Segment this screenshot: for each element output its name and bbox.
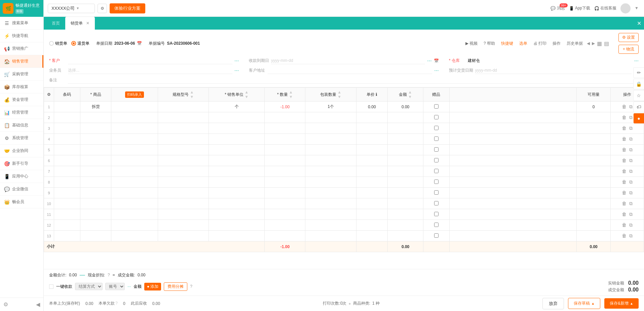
sidebar-item-apps[interactable]: 📱 应用中心 (0, 170, 43, 183)
cell-gift[interactable] (423, 134, 450, 145)
logistics-button[interactable]: + 物流 (618, 45, 639, 54)
table-wrapper[interactable]: ⚙ 条码 * 商品 扫码录入 规格型号▲▼ * 销售单位▲▼ (44, 87, 644, 269)
cell-spec[interactable] (158, 145, 209, 155)
cell-remark[interactable] (449, 112, 577, 123)
due-date-calendar-icon[interactable]: 📅 (434, 59, 439, 63)
cell-unit[interactable] (209, 231, 264, 241)
tab-sales-order[interactable]: 销货单 ✕ (65, 17, 95, 30)
list-view-icon[interactable]: ▤ (604, 40, 609, 47)
help-icon-owed[interactable]: ? (115, 301, 118, 306)
sidebar-item-finance[interactable]: 💰 资金管理 (0, 93, 43, 106)
cell-unit[interactable] (209, 209, 264, 220)
customer-dots[interactable]: ··· (234, 58, 239, 64)
copy-row-button[interactable]: ⧉ (629, 168, 633, 175)
cell-gift[interactable] (423, 209, 450, 220)
sidebar-item-inventory[interactable]: 📦 库存核算 (0, 81, 43, 93)
cell-pkg-qty[interactable] (305, 231, 356, 241)
video-button[interactable]: ▶ 视频 (463, 40, 480, 47)
cell-unit[interactable] (209, 134, 264, 145)
cell-gift[interactable] (423, 231, 450, 241)
cell-unit[interactable] (209, 188, 264, 198)
copy-row-button[interactable]: ⧉ (629, 157, 633, 164)
discount-help-icon[interactable]: ? (108, 273, 110, 277)
copy-row-button[interactable]: ⧉ (629, 146, 633, 153)
cell-qty[interactable] (265, 145, 305, 155)
cell-price[interactable] (356, 231, 387, 241)
customer-addr-input[interactable] (268, 67, 432, 74)
cell-product[interactable] (80, 177, 111, 188)
cell-spec[interactable] (158, 177, 209, 188)
cell-amount[interactable] (388, 198, 423, 209)
cell-barcode[interactable] (54, 209, 80, 220)
cell-remark[interactable] (449, 102, 577, 112)
cell-remark[interactable] (449, 198, 577, 209)
cell-qty[interactable] (265, 198, 305, 209)
customer-addr-dots[interactable]: ··· (434, 68, 439, 74)
cell-amount[interactable] (388, 209, 423, 220)
sidebar-item-wechat[interactable]: 💬 企业微信 (0, 183, 43, 196)
delete-row-button[interactable]: 🗑 (621, 189, 627, 196)
cell-gift[interactable] (423, 188, 450, 198)
cell-qty[interactable] (265, 112, 305, 123)
tab-home[interactable]: 首页 (46, 17, 65, 30)
payment-method-select[interactable]: 结算方式 (75, 283, 103, 290)
cell-remark[interactable] (449, 166, 577, 177)
cell-barcode[interactable] (54, 188, 80, 198)
company-selector[interactable]: XXXXX公司 ▼ (48, 4, 95, 13)
cell-product[interactable] (80, 166, 111, 177)
cell-product[interactable] (80, 134, 111, 145)
cell-product[interactable] (80, 198, 111, 209)
cell-pkg-qty[interactable] (305, 134, 356, 145)
due-date-dots[interactable]: ··· (427, 58, 431, 64)
cell-amount[interactable] (388, 188, 423, 198)
account-dots[interactable]: ··· (127, 284, 131, 289)
float-edit-btn[interactable]: ✏ (633, 67, 644, 78)
cell-pkg-qty[interactable]: 1个 (305, 102, 356, 112)
cell-product[interactable] (80, 188, 111, 198)
cell-pkg-qty[interactable] (305, 112, 356, 123)
cell-gift[interactable] (423, 166, 450, 177)
sidebar-collapse-icon[interactable]: ◀ (36, 301, 40, 308)
cell-price[interactable] (356, 220, 387, 231)
float-star-btn[interactable]: ☆ (633, 90, 644, 101)
select-button[interactable]: 选单 (517, 40, 529, 47)
radio-sales[interactable]: 销货单 (49, 41, 67, 46)
copy-row-button[interactable]: ⧉ (629, 222, 633, 229)
cell-spec[interactable] (158, 155, 209, 166)
tab-close-icon[interactable]: ✕ (86, 21, 89, 26)
help-button[interactable]: ? 帮助 (482, 40, 497, 47)
cell-unit[interactable]: 个 (209, 102, 264, 112)
cell-barcode[interactable] (54, 198, 80, 209)
cell-pkg-qty[interactable] (305, 220, 356, 231)
user-avatar[interactable] (620, 3, 631, 13)
cell-qty[interactable] (265, 166, 305, 177)
cell-price[interactable]: 0.00 (356, 102, 387, 112)
sidebar-item-purchase[interactable]: 🛒 采购管理 (0, 68, 43, 81)
save-draft-button[interactable]: 保存草稿 ▲ (568, 298, 600, 309)
cell-barcode[interactable] (54, 123, 80, 134)
grid-view-icon[interactable]: ▦ (597, 40, 602, 47)
delete-row-button[interactable]: 🗑 (621, 179, 627, 185)
operate-button[interactable]: 操作 (551, 40, 563, 47)
cell-amount[interactable] (388, 145, 423, 155)
cell-pkg-qty[interactable] (305, 166, 356, 177)
cell-amount[interactable] (388, 177, 423, 188)
cell-qty[interactable] (265, 134, 305, 145)
copy-row-button[interactable]: ⧉ (629, 135, 633, 143)
note-input[interactable] (68, 77, 639, 84)
delete-row-button[interactable]: 🗑 (621, 135, 627, 142)
warehouse-dots[interactable]: ··· (634, 58, 639, 64)
cell-pkg-qty[interactable] (305, 209, 356, 220)
cell-gift[interactable] (423, 102, 450, 112)
cell-spec[interactable] (158, 209, 209, 220)
cell-spec[interactable] (158, 220, 209, 231)
abandon-button[interactable]: 放弃 (542, 298, 564, 309)
cell-amount[interactable] (388, 134, 423, 145)
cell-barcode[interactable] (54, 102, 80, 112)
cell-unit[interactable] (209, 166, 264, 177)
cell-product[interactable] (80, 209, 111, 220)
cell-product[interactable] (80, 231, 111, 241)
cell-qty[interactable]: -1.00 (265, 102, 305, 112)
cell-spec[interactable] (158, 123, 209, 134)
cell-qty[interactable] (265, 123, 305, 134)
